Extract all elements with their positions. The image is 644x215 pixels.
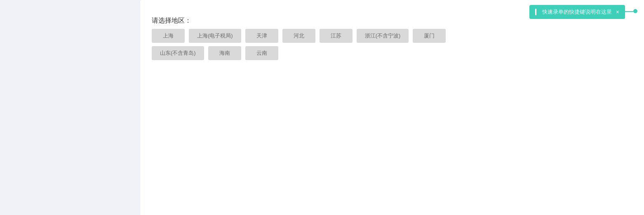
- region-btn-shanghai[interactable]: 上海: [152, 29, 185, 43]
- region-btn-tianjin[interactable]: 天津: [245, 29, 278, 43]
- region-btn-hainan[interactable]: 海南: [208, 46, 241, 60]
- tooltip-line: [625, 11, 633, 12]
- main-content: 请选择地区： 上海上海(电子税局)天津河北江苏浙江(不含宁波)厦门 山东(不含青…: [140, 0, 644, 215]
- tooltip-dot: [633, 9, 637, 13]
- tooltip-text: 快速录单的快捷键说明在这里: [542, 8, 612, 16]
- region-buttons-row2: 山东(不含青岛)海南云南: [152, 46, 278, 60]
- page-label: 请选择地区：: [152, 16, 191, 25]
- region-btn-yunnan[interactable]: 云南: [245, 46, 278, 60]
- region-btn-xiamen[interactable]: 厦门: [413, 29, 446, 43]
- region-btn-hebei[interactable]: 河北: [282, 29, 315, 43]
- region-btn-shandong[interactable]: 山东(不含青岛): [152, 46, 204, 60]
- tooltip-banner: 快速录单的快捷键说明在这里 ×: [529, 5, 625, 19]
- region-btn-zhejiang[interactable]: 浙江(不含宁波): [357, 29, 409, 43]
- region-buttons-row1: 上海上海(电子税局)天津河北江苏浙江(不含宁波)厦门: [152, 29, 446, 43]
- sidebar: [0, 0, 140, 215]
- tooltip-close-button[interactable]: ×: [616, 9, 619, 15]
- region-btn-shanghai-etax[interactable]: 上海(电子税局): [189, 29, 241, 43]
- region-btn-jiangsu[interactable]: 江苏: [320, 29, 353, 43]
